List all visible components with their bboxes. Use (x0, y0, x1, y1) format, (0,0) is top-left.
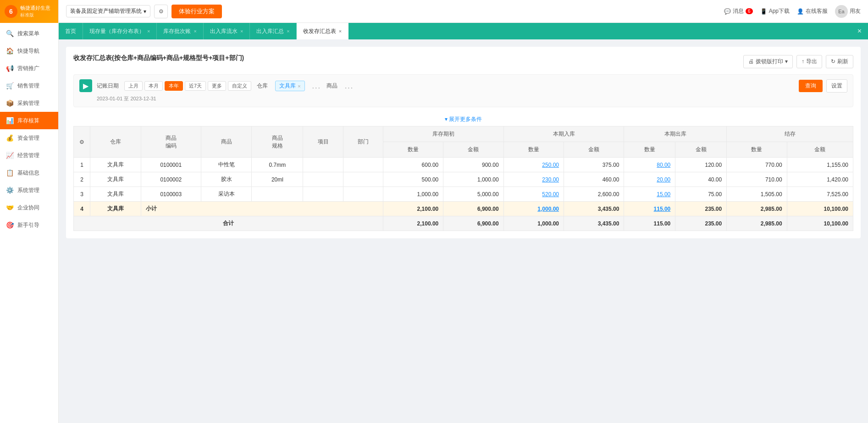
sidebar-item-finance[interactable]: 💰 资金管理 (0, 129, 58, 147)
warehouse-filter-dots[interactable]: ... (312, 82, 321, 90)
sidebar-item-basic-info[interactable]: 📋 基础信息 (0, 164, 58, 181)
subtotal-balance-qty: 2,985.00 (727, 202, 787, 216)
app-logo[interactable]: 6 畅捷通好生意 标准版 (0, 0, 58, 23)
row-goods-name: 采访本 (201, 187, 252, 202)
date-btn-custom[interactable]: 自定义 (228, 81, 251, 91)
row-in-qty[interactable]: 250.00 (503, 158, 564, 172)
tab-receive-summary-close[interactable]: × (339, 28, 342, 34)
row-warehouse: 文具库 (90, 172, 141, 187)
app-download-button[interactable]: 📱 App下载 (760, 7, 790, 15)
username: 用友 (850, 7, 861, 15)
expand-label: 展开更多条件 (449, 116, 482, 122)
tab-batch-close[interactable]: × (194, 28, 196, 34)
user-menu[interactable]: Ea 用友 (835, 5, 861, 18)
tab-summary-close[interactable]: × (287, 28, 289, 34)
query-button[interactable]: 查询 (799, 80, 823, 92)
online-service-button[interactable]: 👤 在线客服 (797, 7, 828, 15)
row-goods-code: 0100003 (141, 187, 201, 202)
refresh-button[interactable]: ↻ 刷新 (826, 55, 853, 68)
row-no: 3 (74, 187, 90, 202)
sidebar-item-label: 系统管理 (17, 187, 39, 194)
app-name: 畅捷通好生意 (20, 5, 50, 11)
trial-button[interactable]: 体验行业方案 (171, 5, 222, 18)
col-settings-header[interactable]: ⚙ (74, 126, 90, 158)
filter-bar: ▶ 记账日期 上月 本月 本年 近7天 更多 自定义 仓库 (73, 74, 853, 107)
tab-inventory-dist-close[interactable]: × (147, 28, 150, 34)
sidebar-item-collab[interactable]: 🤝 企业协同 (0, 199, 58, 216)
megaphone-icon: 📢 (6, 64, 14, 72)
col-warehouse-header: 仓库 (90, 126, 141, 158)
row-project (303, 158, 343, 172)
sidebar-menu: 🔍 搜索菜单 🏠 快捷导航 📢 营销推广 🛒 销售管理 📦 采购管理 📊 库存核… (0, 23, 58, 236)
sidebar-item-marketing[interactable]: 📢 营销推广 (0, 60, 58, 77)
tab-flow-label: 出入库流水 (210, 27, 238, 35)
trend-icon: 📈 (6, 151, 14, 159)
expand-row: ▾ 展开更多条件 (73, 113, 853, 126)
row-out-qty[interactable]: 15.00 (624, 187, 675, 202)
date-btn-7days[interactable]: 近7天 (185, 81, 206, 91)
service-icon: 👤 (797, 8, 804, 15)
sidebar: 6 畅捷通好生意 标准版 🔍 搜索菜单 🏠 快捷导航 📢 营销推广 🛒 销售管理… (0, 0, 59, 423)
sidebar-item-operations[interactable]: 📈 经营管理 (0, 147, 58, 164)
total-opening-amt: 6,900.00 (443, 216, 503, 231)
row-in-qty[interactable]: 520.00 (503, 187, 564, 202)
topbar-settings-button[interactable]: ⚙ (154, 5, 168, 18)
tab-flow-close[interactable]: × (240, 28, 243, 34)
export-button[interactable]: ↑ 导出 (796, 55, 822, 68)
sidebar-item-purchase[interactable]: 📦 采购管理 (0, 94, 58, 112)
warehouse-label: 仓库 (257, 82, 268, 90)
message-badge: 6 (746, 8, 753, 14)
phone-icon: 📱 (760, 8, 767, 15)
row-opening-amt: 5,000.00 (443, 187, 503, 202)
settings-button[interactable]: 设置 (826, 79, 847, 93)
col-goods-spec-header: 商品规格 (252, 126, 303, 158)
tab-summary[interactable]: 出入库汇总 × (250, 23, 296, 39)
tab-flow[interactable]: 出入库流水 × (204, 23, 250, 39)
row-goods-spec: 20ml (252, 172, 303, 187)
sidebar-item-label: 销售管理 (17, 82, 39, 90)
col-goods-name-header: 商品 (201, 126, 252, 158)
filter-toggle-button[interactable]: ▶ (79, 79, 92, 92)
goods-filter-dots[interactable]: ... (345, 82, 354, 90)
sidebar-item-guide[interactable]: 🎯 新手引导 (0, 216, 58, 234)
expand-button[interactable]: ▾ 展开更多条件 (445, 115, 482, 123)
subtotal-out-qty[interactable]: 115.00 (624, 202, 675, 216)
col-balance-amt-header: 金额 (787, 142, 853, 158)
date-btn-this-month[interactable]: 本月 (144, 81, 163, 91)
warehouse-tag-close[interactable]: × (298, 83, 300, 89)
sidebar-item-label: 经营管理 (17, 152, 39, 159)
tab-inventory-dist-label: 现存量（库存分布表） (89, 27, 144, 35)
date-btn-this-year[interactable]: 本年 (165, 81, 183, 91)
tabbar-close-button[interactable]: × (851, 27, 868, 35)
sidebar-item-system[interactable]: ⚙️ 系统管理 (0, 181, 58, 199)
data-table: ⚙ 仓库 商品编码 商品 商品规格 项目 部门 库存期初 本期入库 本期出库 结… (73, 126, 853, 231)
subtotal-balance-amt: 10,100.00 (787, 202, 853, 216)
sidebar-item-quick-nav[interactable]: 🏠 快捷导航 (0, 42, 58, 60)
print-button[interactable]: 🖨 拨锁版打印 ▾ (743, 55, 793, 68)
row-department (343, 158, 383, 172)
messages-button[interactable]: 💬 消息 6 (724, 7, 753, 15)
tab-batch[interactable]: 库存批次账 × (157, 23, 203, 39)
system-name: 装备及固定资产辅助管理系统 (70, 7, 142, 15)
col-out-amt-header: 金额 (675, 142, 727, 158)
sidebar-item-sales[interactable]: 🛒 销售管理 (0, 77, 58, 94)
sidebar-item-label: 企业协同 (17, 204, 39, 212)
row-in-qty[interactable]: 230.00 (503, 172, 564, 187)
row-in-amt: 460.00 (564, 172, 624, 187)
subtotal-in-qty[interactable]: 1,000.00 (503, 202, 564, 216)
row-out-qty[interactable]: 20.00 (624, 172, 675, 187)
export-icon: ↑ (802, 58, 804, 65)
tab-home[interactable]: 首页 (59, 23, 83, 39)
tab-receive-summary[interactable]: 收发存汇总表 × (297, 23, 348, 39)
row-out-qty[interactable]: 80.00 (624, 158, 675, 172)
box-icon: 📦 (6, 99, 14, 107)
sidebar-item-search[interactable]: 🔍 搜索菜单 (0, 25, 58, 42)
row-opening-qty: 1,000.00 (383, 187, 443, 202)
date-btn-last-month[interactable]: 上月 (124, 81, 143, 91)
chevron-down-icon: ▾ (144, 8, 146, 15)
sidebar-item-inventory[interactable]: 📊 库存核算 (0, 112, 58, 129)
system-selector[interactable]: 装备及固定资产辅助管理系统 ▾ (66, 5, 150, 17)
tab-inventory-dist[interactable]: 现存量（库存分布表） × (83, 23, 157, 39)
date-btn-more[interactable]: 更多 (208, 81, 226, 91)
subtotal-label: 小计 (141, 202, 383, 216)
